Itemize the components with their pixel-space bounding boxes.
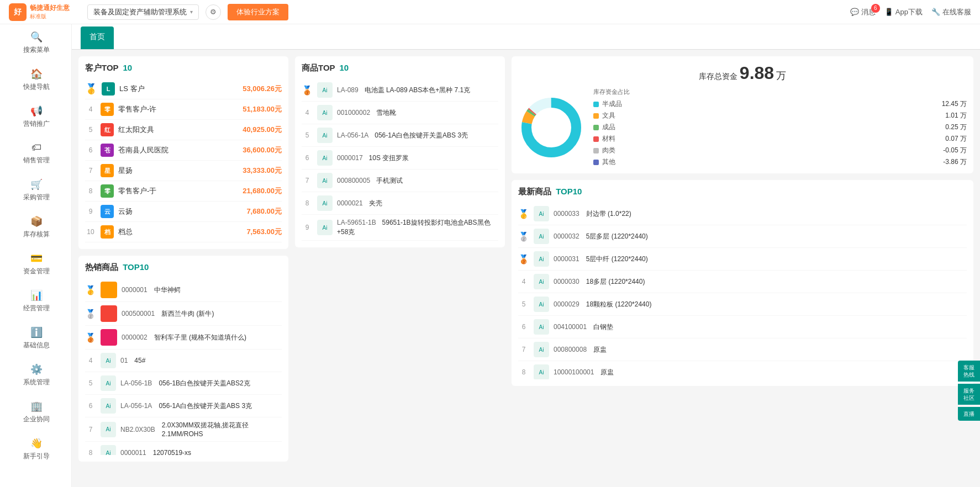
product-name: 原盅	[593, 345, 967, 354]
product-code: 0000011	[120, 449, 146, 455]
product-image: Ai	[534, 342, 549, 357]
product-info: LA-056-1A 056-1A白色按键开关盖ABS 3壳	[337, 131, 498, 140]
sidebar-item-operation[interactable]: 📊 经营管理	[0, 283, 71, 320]
customer-name: 苍南县人民医院	[118, 145, 238, 155]
top-customers-list: 🥇 L LS 客户 53,006.26元 4 零 零售客户-许 51,183.0…	[85, 79, 282, 242]
product-image: Ai	[534, 251, 549, 267]
left-column: 客户TOP 10 🥇 L LS 客户 53,006.26元 4 零 零售客户-许	[78, 56, 288, 462]
product-info: 0000017 10S 变扭罗浆	[337, 153, 498, 163]
customer-rank-item: 6 苍 苍南县人民医院 36,600.00元	[85, 140, 282, 161]
rank-number: 9	[302, 224, 313, 231]
top-product-mid-item: 5 Ai LA-056-1A 056-1A白色按键开关盖ABS 3壳	[302, 124, 498, 147]
sidebar-item-purchase[interactable]: 🛒 采购管理	[0, 172, 71, 209]
product-code: NB2.0X30B	[120, 426, 155, 433]
customer-name: 档总	[118, 227, 242, 237]
rank-number: 6	[85, 146, 96, 154]
tab-home[interactable]: 首页	[81, 27, 114, 49]
product-info: LA-089 电池盖 LA-089 ABS本色+黑种 7.1克	[337, 86, 498, 95]
top-product-mid-item: 6 Ai 0000017 10S 变扭罗浆	[302, 147, 498, 170]
rank-number: 7	[85, 167, 96, 174]
search-icon: 🔍	[30, 31, 43, 43]
sidebar-system-label: 系统管理	[23, 378, 50, 387]
product-name: 12070519-xs	[153, 449, 282, 455]
hot-product-item: 6 Ai LA-056-1A 056-1A白色按键开关盖ABS 3克	[85, 395, 282, 417]
medal-gold-icon: 🥇	[85, 83, 97, 95]
customer-amount: 21,680.00元	[243, 186, 282, 196]
rank-number: 4	[85, 105, 96, 113]
cs-live-button[interactable]: 直播	[958, 407, 980, 421]
hot-products-list: 🥇 0000001 中华神鳄 🥈 000500001 新西兰牛肉 (新牛)	[85, 278, 282, 455]
product-image: Ai	[534, 274, 549, 289]
product-code: 001000002	[337, 109, 370, 117]
product-code: LA-056-1B	[120, 379, 152, 387]
app-download-button[interactable]: 📱 App下载	[884, 7, 923, 17]
customer-badge: 档	[101, 225, 114, 239]
sidebar-item-shortcut[interactable]: 🏠 快捷导航	[0, 61, 71, 98]
settings-button[interactable]: ⚙	[206, 4, 221, 20]
legend-item: 肉类 -0.05 万	[593, 146, 967, 155]
sidebar-item-search[interactable]: 🔍 搜索菜单	[0, 24, 71, 61]
legend-val-material: 0.07 万	[945, 134, 967, 144]
sidebar-inventory-label: 库存核算	[23, 230, 50, 239]
sidebar-item-system[interactable]: ⚙️ 系统管理	[0, 357, 71, 394]
rank-number: 6	[302, 154, 313, 162]
customer-badge: 零	[101, 184, 114, 198]
customer-rank-item: 🥇 L LS 客户 53,006.26元	[85, 79, 282, 99]
customer-badge: 苍	[101, 144, 114, 157]
sidebar-item-corp[interactable]: 🏢 企业协同	[0, 394, 71, 431]
sidebar-item-sales[interactable]: 🏷 销售管理	[0, 135, 71, 172]
legend-item: 成品 0.25 万	[593, 123, 967, 132]
legend-name-stationery: 文具	[602, 111, 942, 120]
legend-item: 文具 1.01 万	[593, 111, 967, 120]
product-image: Ai	[317, 82, 333, 98]
product-image	[101, 305, 117, 322]
sidebar-item-inventory[interactable]: 📦 库存核算	[0, 209, 71, 246]
rank-number: 8	[518, 368, 529, 376]
product-code: 01	[120, 357, 128, 364]
hot-products-panel: 热销商品 TOP10 🥇 0000001 中华神鳄 🥈 000500001	[78, 256, 288, 462]
product-name: 雪地靴	[376, 109, 396, 117]
customer-badge: L	[102, 82, 115, 96]
experience-button[interactable]: 体验行业方案	[228, 4, 288, 20]
product-code: 004100001	[554, 323, 587, 331]
product-image: Ai	[534, 206, 549, 221]
finance-icon: 💳	[30, 252, 43, 264]
customer-badge: 零	[101, 103, 114, 116]
inventory-legend: 库存资金占比 半成品 12.45 万 文具 1.01 万	[593, 88, 967, 167]
customer-badge: 红	[101, 123, 114, 136]
system-selector[interactable]: 装备及固定资产辅助管理系统 ▾	[87, 4, 199, 20]
customer-rank-item: 5 红 红太阳文具 40,925.00元	[85, 120, 282, 140]
sidebar-item-marketing[interactable]: 📢 营销推广	[0, 98, 71, 135]
main-content: 首页 客户TOP 10 🥇 L LS 客户 53,006.26元	[72, 24, 980, 468]
system-icon: ⚙️	[30, 363, 43, 375]
medal-silver-icon: 🥈	[518, 231, 529, 242]
product-code: 0000002	[122, 334, 147, 341]
product-image	[101, 282, 117, 298]
app-download-label: App下载	[895, 7, 923, 17]
notifications-button[interactable]: 💬 消息 6	[850, 7, 876, 17]
product-name: 18多层 (1220*2440)	[586, 277, 967, 287]
sidebar-guide-label: 新手引导	[23, 452, 50, 461]
sidebar-item-finance[interactable]: 💳 资金管理	[0, 246, 71, 283]
customer-amount: 40,925.00元	[243, 125, 282, 135]
product-name: 手机测试	[376, 177, 403, 184]
customer-rank-item: 4 零 零售客户-许 51,183.00元	[85, 99, 282, 120]
online-service-button[interactable]: 🔧 在线客服	[931, 7, 971, 17]
newest-product-item: 🥉 Ai 0000031 5层中纤 (1220*2440)	[518, 248, 967, 271]
product-name: 10S 变扭罗浆	[369, 154, 409, 162]
cs-hotline-button[interactable]: 客服热线	[958, 361, 980, 382]
sidebar-item-basic[interactable]: ℹ️ 基础信息	[0, 320, 71, 357]
product-code: 0000032	[554, 232, 579, 240]
logo-title: 畅捷通好生意	[30, 3, 70, 13]
operation-icon: 📊	[30, 289, 43, 301]
cs-community-button[interactable]: 服务社区	[958, 384, 980, 405]
product-name: 中华神鳄	[154, 285, 282, 295]
legend-val-half: 12.45 万	[942, 99, 967, 109]
sidebar-item-guide[interactable]: 👋 新手引导	[0, 431, 71, 468]
product-image: Ai	[534, 319, 549, 335]
customer-amount: 33,333.00元	[243, 166, 282, 176]
system-name: 装备及固定资产辅助管理系统	[93, 7, 187, 17]
hot-product-item: 5 Ai LA-056-1B 056-1B白色按键开关盖ABS2克	[85, 372, 282, 395]
chart-label: 库存资金占比	[593, 88, 967, 96]
newest-products-list: 🥇 Ai 0000033 封边带 (1.0*22) 🥈 Ai 0000032 5…	[518, 203, 967, 379]
